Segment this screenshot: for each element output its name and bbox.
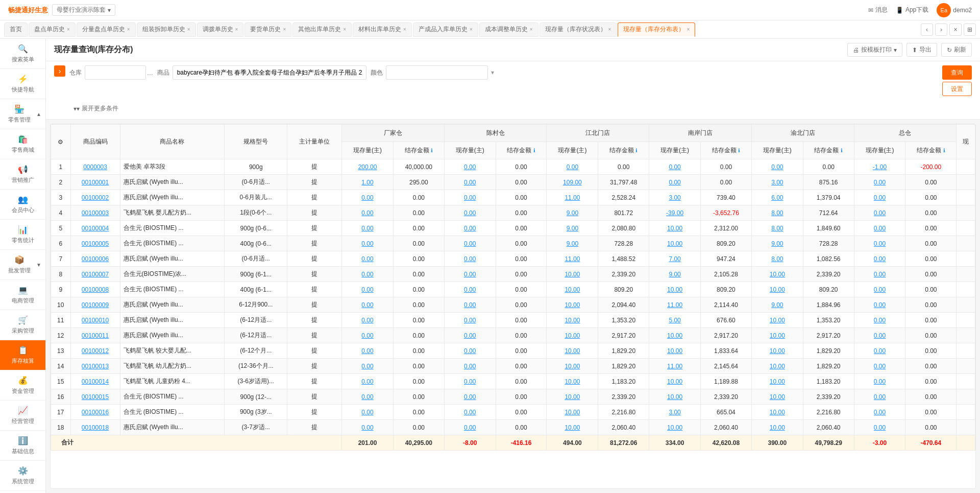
row-c-qty[interactable]: 0.00 (444, 236, 496, 251)
row-c-qty[interactable]: 0.00 (444, 251, 496, 267)
row-t-qty[interactable]: 0.00 (854, 205, 905, 221)
row-code[interactable]: 00100009 (70, 297, 120, 313)
row-c-qty[interactable]: 0.00 (444, 221, 496, 236)
row-code[interactable]: 00100007 (70, 267, 120, 282)
expand-filter-btn[interactable]: ▾▾ 展开更多条件 (69, 102, 122, 115)
row-j-qty[interactable]: 10.00 (547, 420, 598, 435)
row-c-qty[interactable]: 0.00 (444, 374, 496, 389)
row-n-qty[interactable]: 10.00 (649, 328, 701, 343)
row-f-qty[interactable]: 200.00 (342, 159, 394, 175)
row-code[interactable]: 00100015 (70, 389, 120, 405)
row-t-qty[interactable]: 0.00 (854, 374, 905, 389)
row-c-qty[interactable]: 0.00 (444, 267, 496, 282)
row-c-qty[interactable]: 0.00 (444, 328, 496, 343)
row-t-qty[interactable]: 0.00 (854, 405, 905, 420)
row-t-qty[interactable]: 0.00 (854, 190, 905, 205)
tab-8-close[interactable]: × (470, 27, 473, 32)
sidebar-item-quicknav[interactable]: ⚡ 快捷导航 (0, 69, 45, 99)
collapse-filter-btn[interactable]: › (54, 65, 65, 77)
sidebar-item-retail-mgmt[interactable]: 🏪 零售管理 ▲ (0, 99, 45, 129)
row-j-qty[interactable]: 10.00 (547, 343, 598, 359)
row-n-qty[interactable]: 9.00 (649, 267, 701, 282)
row-j-qty[interactable]: 10.00 (547, 359, 598, 374)
th-settings[interactable]: ⚙ (51, 125, 71, 159)
row-f-qty[interactable]: 0.00 (342, 282, 394, 297)
tab-8[interactable]: 产成品入库单历史 × (413, 22, 478, 37)
row-j-qty[interactable]: 0.00 (547, 159, 598, 175)
row-n-qty[interactable]: 7.00 (649, 251, 701, 267)
row-n-qty[interactable]: 10.00 (649, 343, 701, 359)
tab-2[interactable]: 分量盘点单历史 × (77, 22, 136, 37)
row-y-qty[interactable]: 10.00 (751, 405, 803, 420)
tab-2-close[interactable]: × (127, 27, 130, 32)
row-n-qty[interactable]: 10.00 (649, 282, 701, 297)
tab-1-close[interactable]: × (67, 27, 70, 32)
row-f-qty[interactable]: 0.00 (342, 420, 394, 435)
row-c-qty[interactable]: 0.00 (444, 389, 496, 405)
row-c-qty[interactable]: 0.00 (444, 420, 496, 435)
sidebar-item-finance[interactable]: 💰 资金管理 (0, 370, 45, 401)
row-j-qty[interactable]: 9.00 (547, 221, 598, 236)
row-c-qty[interactable]: 0.00 (444, 190, 496, 205)
row-f-qty[interactable]: 1.00 (342, 175, 394, 190)
tab-9-close[interactable]: × (530, 27, 533, 32)
row-y-qty[interactable]: 10.00 (751, 313, 803, 328)
sidebar-item-search[interactable]: 🔍 搜索英单 (0, 39, 45, 69)
row-y-qty[interactable]: 10.00 (751, 389, 803, 405)
row-y-qty[interactable]: 8.00 (751, 251, 803, 267)
row-f-qty[interactable]: 0.00 (342, 236, 394, 251)
warehouse-ellipsis-btn[interactable]: ... (147, 68, 153, 77)
row-n-qty[interactable]: 10.00 (649, 389, 701, 405)
row-n-qty[interactable]: -39.00 (649, 205, 701, 221)
row-j-qty[interactable]: 10.00 (547, 389, 598, 405)
row-n-qty[interactable]: 11.00 (649, 359, 701, 374)
row-c-qty[interactable]: 0.00 (444, 297, 496, 313)
query-btn[interactable]: 查询 (942, 65, 972, 80)
row-n-qty[interactable]: 10.00 (649, 221, 701, 236)
sidebar-item-collab[interactable]: 🤝 企业协同 (0, 491, 45, 493)
industry-selector[interactable]: 母婴行业演示陈套 ▾ (52, 4, 115, 16)
row-y-qty[interactable]: 10.00 (751, 328, 803, 343)
row-code[interactable]: 00100003 (70, 205, 120, 221)
color-dropdown-arrow[interactable]: ▾ (491, 69, 494, 76)
export-btn[interactable]: ⬆ 导出 (906, 43, 937, 57)
row-code[interactable]: 00100014 (70, 374, 120, 389)
tab-home[interactable]: 首页 (4, 22, 28, 37)
setting-btn[interactable]: 设置 (942, 82, 972, 96)
row-f-qty[interactable]: 0.00 (342, 267, 394, 282)
sidebar-item-ops[interactable]: 📈 经营管理 (0, 401, 45, 431)
row-c-qty[interactable]: 0.00 (444, 282, 496, 297)
row-f-qty[interactable]: 0.00 (342, 389, 394, 405)
row-code[interactable]: 0000003 (70, 159, 120, 175)
row-n-qty[interactable]: 10.00 (649, 236, 701, 251)
row-j-qty[interactable]: 10.00 (547, 405, 598, 420)
row-t-qty[interactable]: -1.00 (854, 159, 905, 175)
row-j-qty[interactable]: 10.00 (547, 328, 598, 343)
row-y-qty[interactable]: 6.00 (751, 190, 803, 205)
row-j-qty[interactable]: 9.00 (547, 236, 598, 251)
row-code[interactable]: 00100004 (70, 221, 120, 236)
row-y-qty[interactable]: 10.00 (751, 267, 803, 282)
row-j-qty[interactable]: 9.00 (547, 205, 598, 221)
row-code[interactable]: 00100018 (70, 420, 120, 435)
row-y-qty[interactable]: 10.00 (751, 359, 803, 374)
sidebar-item-marketing[interactable]: 📢 营销推广 (0, 159, 45, 190)
row-c-qty[interactable]: 0.00 (444, 359, 496, 374)
row-j-qty[interactable]: 10.00 (547, 313, 598, 328)
row-y-qty[interactable]: 10.00 (751, 374, 803, 389)
sidebar-item-inventory[interactable]: 📋 库存核算 (0, 340, 45, 370)
row-t-qty[interactable]: 0.00 (854, 343, 905, 359)
tab-3[interactable]: 组装拆卸单历史 × (137, 22, 196, 37)
row-t-qty[interactable]: 0.00 (854, 175, 905, 190)
row-f-qty[interactable]: 0.00 (342, 297, 394, 313)
row-j-qty[interactable]: 11.00 (547, 251, 598, 267)
row-j-qty[interactable]: 10.00 (547, 267, 598, 282)
row-f-qty[interactable]: 0.00 (342, 374, 394, 389)
sidebar-item-ecommerce[interactable]: 💻 电商管理 (0, 280, 45, 310)
message-btn[interactable]: ✉ 消息 (868, 6, 888, 14)
tab-5[interactable]: 要货单历史 × (244, 22, 291, 37)
row-t-qty[interactable]: 0.00 (854, 236, 905, 251)
sidebar-item-basic[interactable]: ℹ️ 基础信息 (0, 431, 45, 461)
tab-7-close[interactable]: × (403, 27, 406, 32)
sidebar-item-system[interactable]: ⚙️ 系统管理 (0, 461, 45, 491)
